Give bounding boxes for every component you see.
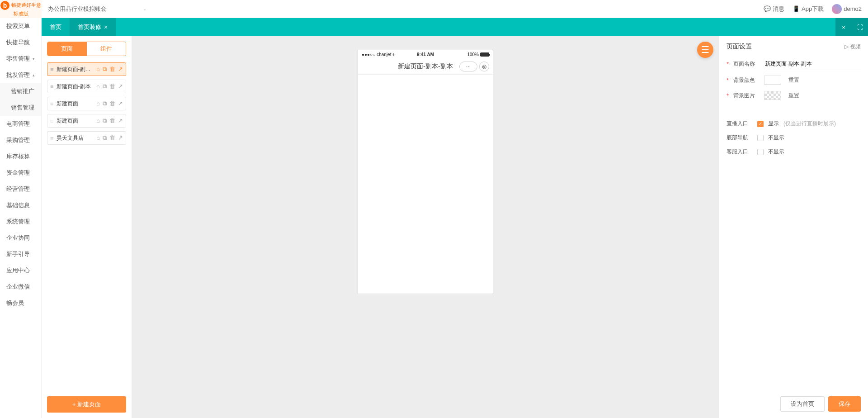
wifi-icon: ᯤ bbox=[392, 52, 397, 57]
page-name: 新建页面 bbox=[57, 100, 94, 108]
sidebar-item[interactable]: 销售管理 bbox=[0, 100, 41, 116]
home-icon[interactable]: ⌂ bbox=[96, 83, 100, 90]
sidebar-item[interactable]: 新手引导 bbox=[0, 246, 41, 262]
right-panel: 页面设置 ▷视频 *页面名称 *背景颜色 重置 *背景图片 重置 bbox=[719, 36, 868, 418]
miniapp-menu-icon[interactable]: ··· bbox=[459, 62, 477, 71]
left-panel: 页面 组件 ≡新建页面-副本...⌂⧉🗑↗≡新建页面-副本⌂⧉🗑↗≡新建页面⌂⧉… bbox=[42, 36, 132, 418]
tab-fullscreen[interactable]: ⛶ bbox=[852, 18, 868, 36]
tab-bar: 首页 首页装修× × ⛶ bbox=[42, 18, 868, 36]
close-icon[interactable]: × bbox=[104, 24, 108, 30]
tab-close-all[interactable]: × bbox=[835, 18, 852, 36]
drag-icon[interactable]: ≡ bbox=[50, 135, 54, 142]
download-link[interactable]: 📱App下载 bbox=[793, 5, 824, 13]
home-icon[interactable]: ⌂ bbox=[96, 117, 100, 124]
sidebar-item[interactable]: 库存核算 bbox=[0, 148, 41, 165]
share-icon[interactable]: ↗ bbox=[118, 100, 123, 107]
set-home-button[interactable]: 设为首页 bbox=[780, 396, 825, 412]
sidebar-item[interactable]: 基础信息 bbox=[0, 197, 41, 214]
panel-tab-page[interactable]: 页面 bbox=[47, 42, 87, 56]
tab-home[interactable]: 首页 bbox=[42, 18, 70, 36]
logo[interactable]: b 畅捷通好生意 标准版 bbox=[0, 0, 42, 18]
sidebar-item[interactable]: 零售管理▾ bbox=[0, 51, 41, 67]
sidebar-item[interactable]: 电商管理 bbox=[0, 116, 41, 132]
copy-icon[interactable]: ⧉ bbox=[103, 100, 107, 107]
bg-color-swatch[interactable] bbox=[764, 76, 781, 85]
sidebar-item[interactable]: 应用中心 bbox=[0, 262, 41, 279]
tab-page-decor[interactable]: 首页装修× bbox=[70, 18, 116, 36]
share-icon[interactable]: ↗ bbox=[118, 134, 123, 142]
home-icon[interactable]: ⌂ bbox=[96, 100, 100, 107]
delete-icon[interactable]: 🗑 bbox=[109, 66, 115, 73]
checkbox-live[interactable]: ✓ bbox=[757, 121, 764, 127]
breadcrumb[interactable]: 办公用品行业模拟账套 ⌄ bbox=[48, 5, 764, 13]
sidebar-item[interactable]: 企业微信 bbox=[0, 279, 41, 295]
sidebar-item[interactable]: 批发管理▴ bbox=[0, 67, 41, 83]
share-icon[interactable]: ↗ bbox=[118, 66, 123, 73]
panel-tab-component[interactable]: 组件 bbox=[87, 42, 126, 56]
drag-icon[interactable]: ≡ bbox=[50, 83, 54, 90]
chat-icon: 💬 bbox=[764, 5, 771, 12]
chevron-down-icon: ⌄ bbox=[143, 6, 146, 11]
label-bg-image: 背景图片 bbox=[733, 92, 760, 100]
copy-icon[interactable]: ⧉ bbox=[103, 83, 107, 90]
phone-title: 新建页面-副本-副本 bbox=[398, 62, 453, 71]
sidebar-item[interactable]: 快捷导航 bbox=[0, 34, 41, 51]
delete-icon[interactable]: 🗑 bbox=[109, 83, 115, 90]
avatar bbox=[832, 4, 842, 14]
sidebar-item[interactable]: 采购管理 bbox=[0, 132, 41, 148]
miniapp-close-icon[interactable]: ◎ bbox=[479, 62, 489, 71]
logo-text: 畅捷通好生意 bbox=[11, 2, 41, 9]
top-right: 💬消息 📱App下载 demo2 bbox=[764, 4, 862, 14]
page-list-item[interactable]: ≡新建页面⌂⧉🗑↗ bbox=[47, 114, 126, 128]
video-link[interactable]: ▷视频 bbox=[844, 43, 861, 51]
user-menu[interactable]: demo2 bbox=[832, 4, 862, 14]
sidebar-item[interactable]: 经营管理 bbox=[0, 181, 41, 197]
new-page-button[interactable]: + 新建页面 bbox=[47, 396, 126, 413]
panel-tabs: 页面 组件 bbox=[47, 42, 126, 56]
bg-image-swatch[interactable] bbox=[764, 91, 781, 100]
drag-icon[interactable]: ≡ bbox=[50, 100, 54, 107]
copy-icon[interactable]: ⧉ bbox=[103, 134, 107, 142]
play-icon: ▷ bbox=[844, 43, 849, 50]
sidebar-item[interactable]: 畅会员 bbox=[0, 295, 41, 311]
messages-link[interactable]: 💬消息 bbox=[764, 5, 784, 13]
canvas: ☰ ●●●○○chanjetᯤ 9:41 AM 100% 新建页面-副本-副本 … bbox=[132, 36, 719, 418]
reset-bg-color[interactable]: 重置 bbox=[788, 76, 799, 84]
delete-icon[interactable]: 🗑 bbox=[109, 100, 115, 107]
phone-status-bar: ●●●○○chanjetᯤ 9:41 AM 100% bbox=[358, 50, 493, 58]
page-list-item[interactable]: ≡新建页面-副本...⌂⧉🗑↗ bbox=[47, 62, 126, 76]
phone-icon: 📱 bbox=[793, 5, 800, 12]
share-icon[interactable]: ↗ bbox=[118, 83, 123, 90]
sidebar-item[interactable]: 搜索菜单 bbox=[0, 18, 41, 34]
sidebar-item[interactable]: 资金管理 bbox=[0, 165, 41, 181]
save-button[interactable]: 保存 bbox=[828, 396, 861, 412]
drag-icon[interactable]: ≡ bbox=[50, 66, 54, 73]
page-list-item[interactable]: ≡新建页面⌂⧉🗑↗ bbox=[47, 97, 126, 110]
sidebar-item[interactable]: 营销推广 bbox=[0, 83, 41, 100]
sidebar-item[interactable]: 企业协同 bbox=[0, 230, 41, 246]
delete-icon[interactable]: 🗑 bbox=[109, 134, 115, 142]
label-live: 直播入口 bbox=[726, 120, 753, 128]
home-icon[interactable]: ⌂ bbox=[96, 134, 100, 142]
sidebar-item[interactable]: 系统管理 bbox=[0, 214, 41, 230]
page-name-input[interactable] bbox=[764, 59, 861, 69]
page-list-item[interactable]: ≡昊天文具店⌂⧉🗑↗ bbox=[47, 131, 126, 145]
reset-bg-image[interactable]: 重置 bbox=[788, 92, 799, 100]
copy-icon[interactable]: ⧉ bbox=[103, 117, 107, 124]
home-icon[interactable]: ⌂ bbox=[96, 66, 100, 73]
signal-icon: ●●●○○ bbox=[362, 52, 375, 57]
delete-icon[interactable]: 🗑 bbox=[109, 117, 115, 124]
menu-fab[interactable]: ☰ bbox=[697, 42, 713, 58]
label-bg-color: 背景颜色 bbox=[733, 76, 760, 84]
page-list: ≡新建页面-副本...⌂⧉🗑↗≡新建页面-副本⌂⧉🗑↗≡新建页面⌂⧉🗑↗≡新建页… bbox=[47, 62, 126, 393]
share-icon[interactable]: ↗ bbox=[118, 117, 123, 124]
page-name: 新建页面 bbox=[57, 117, 94, 125]
chevron-icon: ▾ bbox=[33, 57, 35, 61]
drag-icon[interactable]: ≡ bbox=[50, 118, 54, 124]
copy-icon[interactable]: ⧉ bbox=[103, 66, 107, 73]
page-list-item[interactable]: ≡新建页面-副本⌂⧉🗑↗ bbox=[47, 80, 126, 93]
page-name: 昊天文具店 bbox=[57, 134, 94, 142]
checkbox-customer-service[interactable] bbox=[757, 149, 764, 155]
sidebar: 搜索菜单快捷导航零售管理▾批发管理▴营销推广销售管理电商管理采购管理库存核算资金… bbox=[0, 18, 42, 418]
checkbox-bottom-nav[interactable] bbox=[757, 135, 764, 141]
